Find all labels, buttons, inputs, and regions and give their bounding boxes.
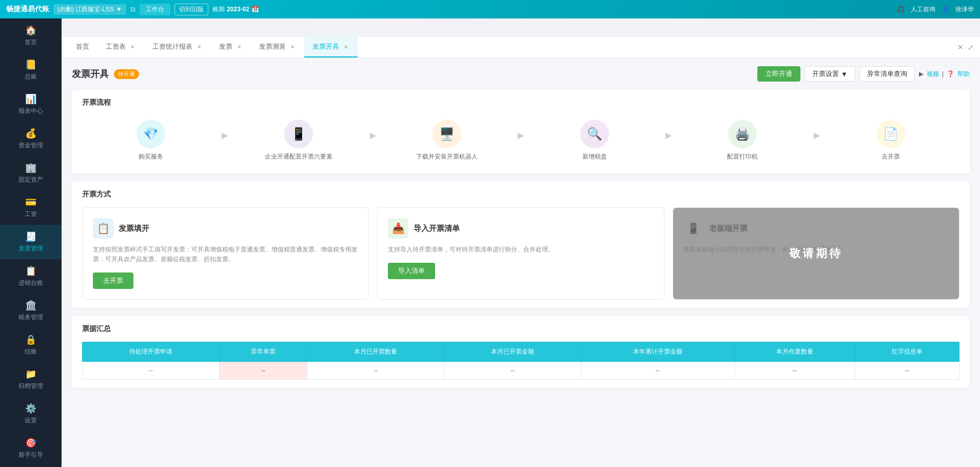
tab-close-salary_table[interactable]: ✕ — [129, 44, 136, 50]
period-value: 2023-02 — [227, 6, 249, 13]
tax-icon: 🏛️ — [25, 300, 36, 311]
capital-icon: 💰 — [25, 128, 36, 139]
flow-arrow-3: ▶ — [663, 130, 674, 140]
tab-salary_report[interactable]: 工资统计报表✕ — [144, 37, 211, 57]
sidebar-item-home[interactable]: 🏠首页 — [0, 18, 62, 53]
overlay-text-boss: 敬请期待 — [789, 246, 842, 261]
close-all-icon[interactable]: ✕ — [957, 43, 964, 51]
flow-icon-add_disk: 🔍 — [580, 120, 609, 148]
sidebar-label-assets: 固定资产 — [18, 176, 43, 184]
sidebar-label-salary: 工资 — [25, 210, 37, 219]
method-btn-manual[interactable]: 去开票 — [93, 273, 133, 289]
calendar-icon[interactable]: 📅 — [251, 6, 259, 13]
flow-step-open_invoice[interactable]: 📄 去开票 — [822, 120, 959, 161]
sidebar-item-purchase[interactable]: 📋进销台账 — [0, 259, 62, 294]
flow-step-download[interactable]: 🖥️ 下载并安装开票机器人 — [378, 120, 516, 161]
page-header: 发票开具 待开通 立即开通 开票设置 ▼ 异常清单查询 ▶ 视频 | ❓ 帮助 — [72, 66, 970, 82]
sidebar-item-tax[interactable]: 🏛️税务管理 — [0, 294, 62, 328]
sidebar-label-capital: 资金管理 — [18, 141, 43, 150]
tab-label-invoice_open: 发票开具 — [312, 42, 339, 51]
sidebar-label-archive: 归档管理 — [18, 382, 43, 391]
method-icon-manual: 📋 — [93, 218, 113, 239]
method-card-import: 📥 导入开票清单 支持导入待开票清单，可对待开票清单进行拆分、合并处理。 导入清… — [377, 207, 664, 300]
sidebar-item-salary[interactable]: 💳工资 — [0, 190, 62, 225]
flow-icon-printer: 🖨️ — [728, 120, 757, 148]
page-title-area: 发票开具 待开通 — [72, 68, 139, 80]
flow-steps: 💎 购买服务 ▶ 📱 企业开通配置开票六要素 ▶ 🖥️ 下载并安装开票机器人 ▶… — [82, 115, 959, 165]
sidebar-item-invoice[interactable]: 🧾发票管理 — [0, 225, 62, 259]
user-label[interactable]: 徐泽华 — [955, 5, 974, 14]
flow-step-config[interactable]: 📱 企业开通配置开票六要素 — [230, 120, 367, 161]
tab-invoice_open[interactable]: 发票开具✕ — [304, 37, 358, 57]
flow-step-buy[interactable]: 💎 购买服务 — [82, 120, 220, 161]
tab-label-invoice_calc: 发票测算 — [259, 42, 286, 51]
abnormal-query-button[interactable]: 异常清单查询 — [859, 66, 915, 82]
summary-section-title: 票据汇总 — [82, 324, 959, 334]
summary-cell-1: -- — [219, 362, 307, 380]
method-title-manual: 发票填开 — [119, 224, 149, 233]
open-settings-button[interactable]: 开票设置 ▼ — [805, 66, 855, 82]
flow-label-printer: 配置打印机 — [727, 152, 758, 161]
flow-section: 开票流程 💎 购买服务 ▶ 📱 企业开通配置开票六要素 ▶ 🖥️ 下载并安装开票… — [72, 90, 970, 173]
summary-cell-5: -- — [734, 362, 855, 380]
method-desc-manual: 支持按照发票样式手工填写开发票；可开具增值税电子普通发票、增值税普通发票、增值税… — [93, 245, 358, 264]
flow-step-printer[interactable]: 🖨️ 配置打印机 — [674, 120, 811, 161]
sidebar-item-assets[interactable]: 🏢固定资产 — [0, 156, 62, 190]
tab-close-salary_report[interactable]: ✕ — [195, 44, 203, 50]
methods-grid: 📋 发票填开 支持按照发票样式手工填写开发票；可开具增值税电子普通发票、增值税普… — [82, 207, 959, 300]
old-version-button[interactable]: 切到旧版 — [174, 4, 208, 15]
flow-label-add_disk: 新增税盘 — [582, 152, 607, 161]
method-card-boss: 📱 老板端开票 查看老板端小程序提交的开票申请，并作出相应处理审批。 敬请期待 — [673, 207, 959, 300]
workspace-button[interactable]: 工作台 — [140, 4, 170, 15]
summary-col-0: 待处理开票申请 — [83, 342, 220, 362]
method-desc-import: 支持导入待开票清单，可对待开票清单进行拆分、合并处理。 — [388, 245, 653, 255]
sidebar-item-settings[interactable]: ⚙️设置 — [0, 397, 62, 431]
sidebar-label-ledger: 总账 — [25, 72, 37, 81]
tab-salary_table[interactable]: 工资表✕ — [97, 37, 144, 57]
tab-invoice_mgmt[interactable]: 发票✕ — [211, 37, 251, 57]
video-label[interactable]: 视频 — [927, 70, 939, 79]
ledger-icon: 📒 — [25, 59, 36, 70]
summary-cell-4: -- — [581, 362, 734, 380]
summary-cell-3: -- — [444, 362, 581, 380]
company-selector[interactable]: (勿删) 江西服宝-LSS ▼ — [53, 4, 126, 15]
flow-label-buy: 购买服务 — [139, 152, 163, 161]
tab-close-invoice_mgmt[interactable]: ✕ — [236, 44, 243, 50]
flow-step-add_disk[interactable]: 🔍 新增税盘 — [526, 120, 663, 161]
help-label[interactable]: 帮助 — [957, 70, 970, 79]
tab-home[interactable]: 首页 — [68, 37, 97, 57]
methods-section-title: 开票方式 — [82, 190, 959, 199]
flow-icon-config: 📱 — [284, 120, 313, 148]
open-settings-label: 开票设置 — [812, 69, 839, 79]
support-label[interactable]: 人工咨询 — [911, 5, 935, 14]
sidebar-item-guide[interactable]: 🎯新手引导 — [0, 431, 62, 465]
sidebar-label-settings: 设置 — [25, 416, 37, 425]
tab-close-invoice_calc[interactable]: ✕ — [289, 44, 296, 50]
restore-icon[interactable]: ⤢ — [968, 43, 974, 51]
flow-section-title: 开票流程 — [82, 98, 959, 107]
view-controls: ▶ 视频 | ❓ 帮助 — [919, 70, 970, 79]
top-bar-left: 畅捷通易代账 (勿删) 江西服宝-LSS ▼ ⧉ 工作台 切到旧版 账期 202… — [6, 4, 259, 15]
sidebar-label-tax: 税务管理 — [18, 313, 43, 322]
sidebar-item-report[interactable]: 📊报表中心 — [0, 87, 62, 122]
top-right-actions: 🎧 人工咨询 👤 徐泽华 — [897, 5, 974, 14]
flow-arrow-4: ▶ — [812, 130, 822, 140]
flow-label-open_invoice: 去开票 — [881, 152, 900, 161]
summary-col-6: 红字信息单 — [855, 342, 959, 362]
immediate-open-button[interactable]: 立即开通 — [757, 66, 800, 82]
summary-cell-6: -- — [855, 362, 959, 380]
video-icon: ▶ — [919, 70, 924, 77]
method-btn-import[interactable]: 导入清单 — [388, 263, 435, 279]
period-label: 账期 — [212, 5, 225, 14]
sidebar-item-capital[interactable]: 💰资金管理 — [0, 122, 62, 156]
method-title-import: 导入开票清单 — [414, 224, 460, 233]
assets-icon: 🏢 — [25, 162, 36, 173]
sidebar-item-close[interactable]: 🔒结账 — [0, 328, 62, 362]
sidebar-item-ledger[interactable]: 📒总账 — [0, 53, 62, 87]
tab-invoice_calc[interactable]: 发票测算✕ — [251, 37, 304, 57]
tab-close-invoice_open[interactable]: ✕ — [342, 44, 349, 50]
top-bar: 畅捷通易代账 (勿删) 江西服宝-LSS ▼ ⧉ 工作台 切到旧版 账期 202… — [0, 0, 980, 18]
page-title: 发票开具 — [72, 68, 109, 80]
summary-col-3: 本月已开票金额 — [444, 342, 581, 362]
sidebar-item-archive[interactable]: 📁归档管理 — [0, 362, 62, 397]
